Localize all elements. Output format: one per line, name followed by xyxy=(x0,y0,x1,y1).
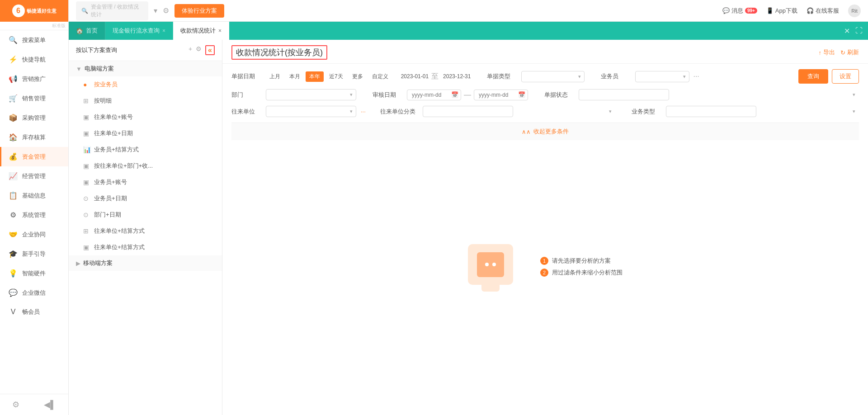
date-tab-more[interactable]: 更多 xyxy=(349,71,367,82)
app-download-button[interactable]: 📱 App下载 xyxy=(766,7,797,15)
sidebar-item-search[interactable]: 🔍 搜索菜单 xyxy=(0,30,68,50)
topbar-search-box[interactable]: 🔍 资金管理 / 收款情况统计 xyxy=(76,1,148,20)
collapse-up-icon: ∧∧ xyxy=(522,128,531,135)
single-date-label: 单据日期 xyxy=(231,72,259,80)
date-tab-7days[interactable]: 近7天 xyxy=(326,71,347,82)
sidebar-item-system[interactable]: ⚙ 系统管理 xyxy=(0,205,68,225)
refresh-button[interactable]: ↻ 刷新 xyxy=(840,48,859,57)
single-type-select[interactable] xyxy=(521,71,585,82)
scheme-item-counterpart-settlement1[interactable]: ⊞ 往来单位+结算方式 xyxy=(69,223,222,239)
step-1-num: 1 xyxy=(540,257,548,265)
date-tab-last-month[interactable]: 上月 xyxy=(266,71,284,82)
basic-info-icon: 📋 xyxy=(9,191,18,200)
desktop-scheme-section: ▼ 电脑端方案 ● 按业务员 ⊞ 按明细 ▣ 往来单位+账号 ▣ 往来单位 xyxy=(69,61,222,255)
scheme-item-salesperson-account[interactable]: ▣ 业务员+账号 xyxy=(69,174,222,190)
scheme-item-salesperson-settlement[interactable]: 📊 业务员+结算方式 xyxy=(69,141,222,158)
mobile-icon: 📱 xyxy=(766,7,774,14)
sidebar-settings-btn[interactable]: ⚙ xyxy=(9,398,23,411)
topbar-search-icon: 🔍 xyxy=(81,8,88,14)
counterpart-class-select[interactable] xyxy=(423,106,513,117)
business-type-select[interactable] xyxy=(666,106,756,117)
empty-illustration xyxy=(468,244,522,289)
sidebar-item-marketing[interactable]: 📢 营销推广 xyxy=(0,69,68,89)
single-status-select[interactable] xyxy=(579,89,669,100)
scheme-item-counterpart-date[interactable]: ▣ 往来单位+日期 xyxy=(69,125,222,141)
user-avatar[interactable]: Rit xyxy=(848,5,861,17)
filter-row-3: 往来单位 ··· 往来单位分类 业务类型 xyxy=(231,106,859,117)
salesperson-select[interactable] xyxy=(635,71,689,82)
tab-bank-flow[interactable]: 现金银行流水查询 × xyxy=(105,22,173,40)
mobile-scheme-section-header[interactable]: ▶ 移动端方案 xyxy=(69,255,222,271)
sidebar-item-wechat[interactable]: 💬 企业微信 xyxy=(0,283,68,302)
sidebar-collapse-btn[interactable]: ◀▌ xyxy=(40,398,60,411)
scheme-panel-header: 按以下方案查询 + ⚙ « xyxy=(69,40,222,61)
scheme-item-icon-cpd: ▣ xyxy=(83,162,90,170)
sidebar-item-basic-info[interactable]: 📋 基础信息 xyxy=(0,186,68,205)
tab-collection-stats[interactable]: 收款情况统计 × xyxy=(173,22,229,40)
scheme-item-by-detail[interactable]: ⊞ 按明细 xyxy=(69,93,222,109)
home-icon: 🏠 xyxy=(76,28,83,34)
topbar-right-area: 💬 消息 99+ 📱 App下载 🎧 在线客服 Rit xyxy=(722,5,861,17)
date-tab-this-month[interactable]: 本月 xyxy=(286,71,304,82)
counterpart-more-button[interactable]: ··· xyxy=(361,108,366,115)
sidebar-item-sales[interactable]: 🛒 销售管理 xyxy=(0,89,68,108)
scheme-item-counterpart-account[interactable]: ▣ 往来单位+账号 xyxy=(69,109,222,125)
trial-plan-button[interactable]: 体验行业方案 xyxy=(175,4,224,18)
sidebar-item-collab[interactable]: 🤝 企业协同 xyxy=(0,225,68,244)
sidebar-item-operations[interactable]: 📈 经营管理 xyxy=(0,166,68,186)
scheme-item-counterpart-dept[interactable]: ▣ 按往来单位+部门+收... xyxy=(69,158,222,174)
single-type-label: 单据类型 xyxy=(487,72,514,80)
tab-bank-flow-close[interactable]: × xyxy=(162,28,165,34)
sidebar-item-finance[interactable]: 💰 资金管理 xyxy=(0,147,68,166)
scheme-item-by-salesperson[interactable]: ● 按业务员 xyxy=(69,76,222,93)
sidebar-item-inventory[interactable]: 🏠 库存核算 xyxy=(0,127,68,147)
scheme-collapse-button[interactable]: « xyxy=(205,45,215,55)
sidebar-item-quicknav[interactable]: ⚡ 快捷导航 xyxy=(0,50,68,69)
filter-area: 单据日期 上月 本月 本年 近7天 更多 自定义 2023-01-01 至 20… xyxy=(222,64,868,146)
collapse-bar[interactable]: ∧∧ 收起更多条件 xyxy=(231,123,859,140)
filter-row-1: 单据日期 上月 本月 本年 近7天 更多 自定义 2023-01-01 至 20… xyxy=(231,69,859,84)
desktop-scheme-section-header[interactable]: ▼ 电脑端方案 xyxy=(69,61,222,76)
step-2-num: 2 xyxy=(540,269,548,277)
filter-row-2: 部门 审核日期 📅 — xyxy=(231,89,859,100)
salesperson-more-icon[interactable]: ··· xyxy=(693,72,699,80)
tab-close-all-icon[interactable]: ✕ xyxy=(844,27,850,35)
scheme-add-button[interactable]: + xyxy=(189,45,192,55)
app-edition: 标准版 xyxy=(0,22,68,30)
date-end-display: 2023-12-31 xyxy=(443,73,471,80)
system-icon: ⚙ xyxy=(9,211,18,219)
scheme-item-icon-spd: ⊙ xyxy=(83,195,90,202)
date-tab-this-year[interactable]: 本年 xyxy=(306,71,324,82)
scheme-item-counterpart-settlement2[interactable]: ▣ 往来单位+结算方式 xyxy=(69,239,222,255)
messages-button[interactable]: 💬 消息 99+ xyxy=(722,7,757,15)
export-icon: ↑ xyxy=(819,49,822,56)
topbar: 🔍 资金管理 / 收款情况统计 ▾ ⚙ 体验行业方案 💬 消息 99+ 📱 Ap… xyxy=(69,0,868,22)
tab-home[interactable]: 🏠 首页 xyxy=(69,22,105,40)
scheme-item-salesperson-date[interactable]: ⊙ 业务员+日期 xyxy=(69,190,222,207)
robot-eye-right xyxy=(492,263,496,266)
filter-settings-button[interactable]: 设置 xyxy=(832,69,859,84)
calendar-end-icon: 📅 xyxy=(518,91,525,98)
tabbar: 🏠 首页 现金银行流水查询 × 收款情况统计 × ✕ ⛶ xyxy=(69,22,868,40)
tab-maximize-icon[interactable]: ⛶ xyxy=(855,27,863,35)
sidebar-item-guide[interactable]: 🎓 新手引导 xyxy=(0,244,68,264)
robot-face xyxy=(477,252,504,277)
robot-chin xyxy=(481,285,500,292)
robot-eyes xyxy=(485,263,496,266)
export-button[interactable]: ↑ 导出 xyxy=(819,48,835,57)
page-title-row: 收款情况统计(按业务员) ↑ 导出 ↻ 刷新 xyxy=(231,45,859,60)
scheme-item-dept-date[interactable]: ⊙ 部门+日期 xyxy=(69,207,222,223)
tab-collection-stats-close[interactable]: × xyxy=(218,28,222,34)
topbar-gear-icon[interactable]: ⚙ xyxy=(163,6,169,15)
sidebar-item-member[interactable]: V 畅会员 xyxy=(0,302,68,321)
scheme-settings-button[interactable]: ⚙ xyxy=(196,45,202,55)
online-support-button[interactable]: 🎧 在线客服 xyxy=(807,7,839,15)
counterpart-select[interactable] xyxy=(266,106,356,117)
dept-select[interactable] xyxy=(266,89,356,100)
main-area: 🔍 资金管理 / 收款情况统计 ▾ ⚙ 体验行业方案 💬 消息 99+ 📱 Ap… xyxy=(69,0,868,415)
topbar-dropdown-arrow[interactable]: ▾ xyxy=(154,6,157,15)
sidebar-item-hardware[interactable]: 💡 智能硬件 xyxy=(0,264,68,283)
sidebar-item-purchase[interactable]: 📦 采购管理 xyxy=(0,108,68,127)
query-button[interactable]: 查询 xyxy=(798,69,828,84)
date-tab-custom[interactable]: 自定义 xyxy=(368,71,392,82)
